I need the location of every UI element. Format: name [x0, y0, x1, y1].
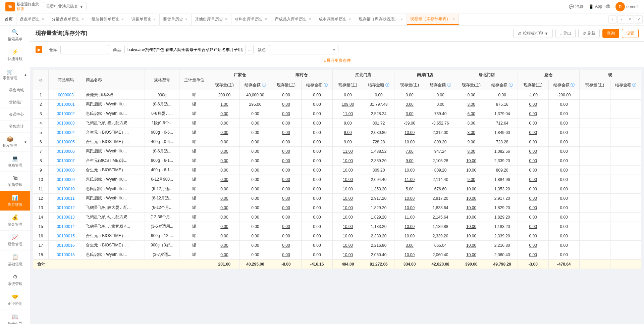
tab-close-2[interactable]: × [81, 17, 85, 22]
cell-nanan-amt: 665.04 [425, 241, 456, 250]
warehouse-input-dots[interactable]: ... [101, 45, 109, 54]
export-icon: ↓ [560, 31, 562, 36]
tab-close-7[interactable]: × [264, 17, 268, 22]
tab-prev-btn[interactable]: ‹ [608, 15, 616, 24]
tab-close-1[interactable]: × [41, 17, 45, 22]
tab-expand-btn[interactable]: ⤢ [635, 15, 643, 24]
color-input[interactable] [269, 45, 330, 54]
tab-2[interactable]: 分量盘点单历史 × [48, 14, 88, 25]
cell-jiangbei-amt: 2,528.24 [363, 109, 394, 119]
app-download-btn[interactable]: 📱 App下载 [589, 4, 610, 9]
sidebar-item-wholesale[interactable]: 📦 批发管理 ▼ [0, 133, 30, 152]
goods-input-dots[interactable]: ... [246, 45, 253, 54]
sidebar-item-purchase[interactable]: 🛍 采购管理 [0, 172, 30, 191]
tab-1[interactable]: 盘点单历史 × [16, 14, 48, 25]
sidebar-item-system[interactable]: ⚙ 系统管理 [0, 270, 30, 290]
message-icon: 💬 [569, 4, 574, 9]
cell-factory-amt: 0.00 [240, 222, 271, 231]
query-btn[interactable]: 查询 [602, 29, 619, 38]
tab-close-11[interactable]: × [452, 16, 455, 21]
print-btn[interactable]: 🖨 按模板打印 ▼ [513, 29, 553, 38]
expand-conditions-btn[interactable]: ≡ 展开更多条件 [323, 58, 351, 63]
settings-btn[interactable]: 设置 [622, 29, 639, 38]
tab-4[interactable]: 调拨单历史 × [128, 14, 160, 25]
sidebar-label-wholesale: 批发管理 [3, 143, 17, 148]
cell-factory-qty: 0.00 [209, 194, 240, 203]
cell-nanan-amt: 0.00 [425, 90, 456, 100]
cell-current-qty [579, 90, 610, 100]
user-area[interactable]: D demo2 [615, 2, 639, 11]
cell-chenfu-amt: 0.00 [302, 184, 332, 194]
cell-yubei-qty: 9.00 [456, 175, 487, 184]
warehouse-input-wrapper: ... [60, 45, 109, 54]
sidebar-item-retail-stats[interactable]: 零售统计 [0, 121, 30, 133]
table-settings-icon[interactable]: ⚙ [39, 78, 43, 83]
industry-selector[interactable]: 母婴行业演示陈套 ▼ [43, 2, 87, 11]
tab-home[interactable]: 首页 [1, 14, 16, 25]
tab-close-all-btn[interactable]: × [626, 15, 634, 24]
tab-9[interactable]: 成本调整单历史 × [315, 14, 355, 25]
cell-current-amt [610, 213, 641, 222]
message-btn[interactable]: 💬 消息 [569, 4, 583, 9]
sidebar-item-inventory[interactable]: 📊 库存核算 [0, 191, 30, 211]
chevron-down-icon3: ▼ [544, 31, 548, 36]
tab-close-10[interactable]: × [400, 17, 404, 22]
cell-seq: 4 [33, 119, 49, 128]
table-row: 15 00100014 飞鹤星飞帆 儿童奶粉 4... (3-6岁适用... 罐… [33, 222, 641, 231]
warehouse-input[interactable] [61, 45, 101, 54]
sidebar-item-mall[interactable]: 零售商城 [0, 84, 30, 96]
th-nanan-qty: 现存量(主) [394, 80, 425, 90]
sidebar-item-nav[interactable]: ⚡ 快捷导航 [0, 45, 30, 65]
tab-close-5[interactable]: × [184, 17, 188, 22]
cell-total-qty: 0.00 [518, 137, 548, 147]
cell-chenfu-qty: 0.00 [271, 241, 302, 250]
refresh-icon: ↺ [583, 31, 586, 36]
cell-yubei-amt: 875.16 [487, 100, 518, 109]
tab-close-9[interactable]: × [348, 17, 352, 22]
tab-close-4[interactable]: × [153, 17, 156, 22]
cell-spec: (6-12个月... [145, 203, 179, 213]
tab-6[interactable]: 其他出库单历史 × [192, 14, 231, 25]
chevron-up-icon: ▲ [24, 73, 27, 77]
cell-seq: 2 [33, 100, 49, 109]
goods-field: 商品 ... [113, 45, 254, 54]
tab-11[interactable]: 现存量（库存分布表） × [407, 14, 459, 25]
tab-10[interactable]: 现存量（库存状况表） × [355, 14, 407, 25]
sidebar-label-member: 会员中心 [9, 112, 24, 117]
sidebar-item-guide[interactable]: 📖 新手引导 [0, 310, 30, 324]
sidebar-item-basic[interactable]: 📋 基础信息 [0, 250, 30, 270]
cell-unit: 罐 [179, 184, 209, 194]
sidebar-item-search[interactable]: 🔍 搜索英单 [0, 26, 30, 45]
cell-chenfu-amt: 0.00 [302, 100, 332, 109]
tab-close-6[interactable]: × [224, 17, 228, 22]
sidebar-item-ecommerce[interactable]: 💻 电商管理 [0, 152, 30, 172]
sidebar-item-finance[interactable]: 💰 资金管理 [0, 211, 30, 231]
guide-icon: 📖 [12, 313, 18, 320]
cell-factory-amt: 0.00 [240, 213, 271, 222]
tab-close-8[interactable]: × [308, 17, 312, 22]
export-btn[interactable]: ↓ 导出 [555, 29, 576, 38]
sidebar-item-member[interactable]: 会员中心 [0, 108, 30, 121]
tab-7[interactable]: 材料出库单历史 × [231, 14, 271, 25]
cell-nanan-qty: 0.00 [394, 100, 425, 109]
tab-8[interactable]: 产成品入库单历史 × [271, 14, 315, 25]
cell-nanan-amt: 2,060.40 [425, 250, 456, 260]
sidebar-item-ops[interactable]: 📈 经营管理 [0, 231, 30, 250]
tab-3[interactable]: 组装拆卸单历史 × [88, 14, 128, 25]
cell-yubei-qty: 10.00 [456, 166, 487, 175]
color-input-dots[interactable]: ▼ [330, 45, 338, 54]
cell-jiangbei-qty: 10.00 [332, 222, 363, 231]
sidebar-item-marketing[interactable]: 营销推广 [0, 96, 30, 108]
sidebar-label-mall: 零售商城 [9, 88, 24, 93]
tab-5[interactable]: 要货单历史 × [160, 14, 192, 25]
tab-close-3[interactable]: × [121, 17, 124, 22]
tab-next-btn[interactable]: › [617, 15, 625, 24]
sidebar-item-retail[interactable]: 🛒 零售管理 ▲ [0, 65, 30, 84]
refresh-btn[interactable]: ↺ 刷新 [578, 29, 600, 38]
sidebar-label-ops: 经营管理 [8, 242, 22, 247]
cell-current-qty [579, 203, 610, 213]
cell-spec: 400g（6-1... [145, 166, 179, 175]
sidebar-item-collab[interactable]: 🤝 企业协同 [0, 290, 30, 310]
goods-input[interactable] [125, 45, 246, 54]
expand-toggle-btn[interactable]: ▶ [36, 46, 42, 53]
